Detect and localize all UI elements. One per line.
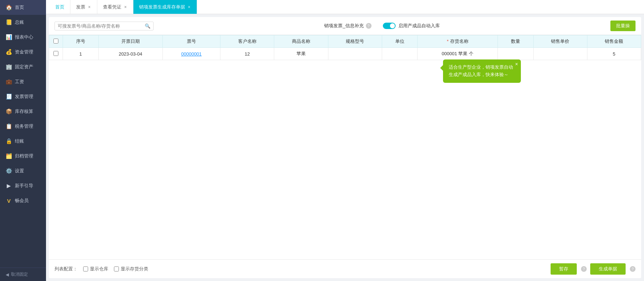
tab-home-label: 首页 [55, 4, 64, 10]
search-icon[interactable]: 🔍 [145, 23, 150, 29]
sidebar-item-ledger[interactable]: 📒 总账 [0, 15, 46, 30]
col-date: 开票日期 [98, 35, 162, 48]
tab-voucher-close[interactable]: × [123, 5, 127, 10]
sidebar-label-inventory: 库存核算 [15, 108, 33, 115]
sidebar-item-home[interactable]: 🏠 首页 [0, 0, 46, 15]
row-price [533, 48, 587, 60]
batch-button[interactable]: 批量操 [610, 21, 636, 31]
row-date: 2023-03-04 [98, 48, 162, 60]
settings-icon: ⚙️ [6, 168, 12, 174]
tab-sales-inventory-close[interactable]: × [187, 5, 191, 10]
sidebar-item-guide[interactable]: ▶ 新手引导 [0, 178, 46, 193]
col-unit: 单位 [382, 35, 418, 48]
sidebar-label-funds: 资金管理 [15, 49, 33, 55]
sidebar-item-close[interactable]: 🔒 结账 [0, 134, 46, 149]
sidebar-bottom-label: 取消固定 [11, 271, 28, 277]
sidebar-item-tax[interactable]: 📋 税务管理 [0, 119, 46, 134]
col-spec: 规格型号 [328, 35, 382, 48]
tooltip-bubble: × 适合生产型企业，销项发票自动生成产成品入库，快来体验～ [443, 59, 521, 83]
close-account-icon: 🔒 [6, 138, 12, 144]
tab-invoice[interactable]: 发票 × [70, 0, 97, 14]
sidebar-item-invoice[interactable]: 🧾 发票管理 [0, 89, 46, 104]
list-config-label: 列表配置： [54, 266, 77, 272]
auto-stock-toggle[interactable] [383, 23, 396, 29]
guide-icon: ▶ [6, 183, 12, 189]
select-all-checkbox[interactable] [53, 39, 58, 44]
inventory-icon: 📦 [6, 108, 12, 115]
row-amount: 5 [587, 48, 641, 60]
tax-icon: 📋 [6, 123, 12, 130]
vip-icon: V [6, 198, 12, 204]
ledger-icon: 📒 [6, 19, 12, 25]
sidebar-pin-toggle[interactable]: ◀ 取消固定 [0, 268, 46, 281]
tab-invoice-label: 发票 [76, 4, 85, 10]
tab-voucher-label: 查看凭证 [103, 4, 121, 10]
table-wrap: 序号 开票日期 票号 客户名称 商品名称 规格型号 单位 存货名称 数量 销售单… [49, 35, 641, 259]
row-seq: 1 [63, 48, 99, 60]
show-stock-category-option[interactable]: 显示存货分类 [114, 266, 148, 272]
sidebar-label-reports: 报表中心 [15, 34, 33, 40]
pin-icon: ◀ [6, 272, 9, 277]
row-number-link[interactable]: 00000001 [181, 51, 202, 57]
info-icon[interactable]: ? [366, 23, 372, 29]
sidebar-item-vip[interactable]: V 畅会员 [0, 193, 46, 208]
col-seq: 序号 [63, 35, 99, 48]
assets-icon: 🏢 [6, 64, 12, 70]
row-spec [328, 48, 382, 60]
info-label-wrap: 销项发票_信息补充 ? [324, 23, 371, 29]
sidebar-label-vip: 畅会员 [15, 197, 29, 204]
show-warehouse-label: 显示仓库 [90, 266, 108, 272]
col-product: 商品名称 [274, 35, 328, 48]
sidebar-label-invoice: 发票管理 [15, 93, 33, 100]
row-qty [498, 48, 533, 60]
show-warehouse-checkbox[interactable] [83, 266, 88, 271]
save-help-icon[interactable]: ? [581, 266, 587, 272]
sidebar-label-home: 首页 [15, 4, 24, 11]
col-qty: 数量 [498, 35, 533, 48]
data-table: 序号 开票日期 票号 客户名称 商品名称 规格型号 单位 存货名称 数量 销售单… [49, 35, 641, 60]
search-wrap: 🔍 [54, 22, 154, 30]
sidebar-label-assets: 固定资产 [15, 64, 33, 70]
archive-icon: 🗂️ [6, 153, 12, 159]
tab-sales-inventory[interactable]: 销项发票生成库存单据 × [133, 0, 197, 14]
main-content: 首页 发票 × 查看凭证 × 销项发票生成库存单据 × 🔍 销项发票_信息补充 … [46, 0, 644, 281]
show-stock-category-label: 显示存货分类 [121, 266, 148, 272]
invoice-icon: 🧾 [6, 93, 12, 100]
sidebar-item-reports[interactable]: 📊 报表中心 [0, 30, 46, 45]
show-stock-category-checkbox[interactable] [114, 266, 119, 271]
tooltip-close-button[interactable]: × [515, 62, 518, 67]
generate-button[interactable]: 生成单据 [590, 263, 626, 275]
bottom-bar: 列表配置： 显示仓库 显示存货分类 暂存 ? 生成单据 ? [49, 259, 641, 278]
sidebar-item-inventory[interactable]: 📦 库存核算 [0, 104, 46, 119]
row-checkbox[interactable] [53, 51, 58, 56]
sidebar-label-tax: 税务管理 [15, 123, 33, 130]
tab-bar: 首页 发票 × 查看凭证 × 销项发票生成库存单据 × [46, 0, 644, 14]
generate-help-icon[interactable]: ? [630, 266, 636, 272]
page-content: 🔍 销项发票_信息补充 ? 启用产成品自动入库 批量操 [49, 17, 641, 278]
col-checkbox [49, 35, 63, 48]
toggle-wrap: 启用产成品自动入库 [383, 23, 440, 29]
search-input[interactable] [58, 23, 145, 29]
sidebar-item-assets[interactable]: 🏢 固定资产 [0, 59, 46, 74]
tab-invoice-close[interactable]: × [87, 5, 91, 10]
save-button[interactable]: 暂存 [551, 263, 577, 275]
sidebar-label-archive: 归档管理 [15, 153, 33, 159]
home-icon: 🏠 [6, 4, 12, 11]
sidebar-item-funds[interactable]: 💰 资金管理 [0, 45, 46, 59]
col-number: 票号 [162, 35, 220, 48]
sidebar-label-ledger: 总账 [15, 19, 24, 25]
tab-home[interactable]: 首页 [50, 0, 70, 14]
tab-voucher[interactable]: 查看凭证 × [97, 0, 133, 14]
table-row: 1 2023-03-04 00000001 12 苹果 000001 苹果 个 … [49, 48, 641, 60]
row-checkbox-cell [49, 48, 63, 60]
salary-icon: 💼 [6, 79, 12, 85]
sidebar-label-guide: 新手引导 [15, 183, 33, 189]
col-price: 销售单价 [533, 35, 587, 48]
funds-icon: 💰 [6, 49, 12, 55]
sidebar-label-salary: 工资 [15, 79, 24, 85]
toolbar: 🔍 销项发票_信息补充 ? 启用产成品自动入库 批量操 [49, 17, 641, 35]
sidebar-item-archive[interactable]: 🗂️ 归档管理 [0, 149, 46, 164]
show-warehouse-option[interactable]: 显示仓库 [83, 266, 108, 272]
sidebar-item-salary[interactable]: 💼 工资 [0, 74, 46, 89]
sidebar-item-settings[interactable]: ⚙️ 设置 [0, 164, 46, 178]
